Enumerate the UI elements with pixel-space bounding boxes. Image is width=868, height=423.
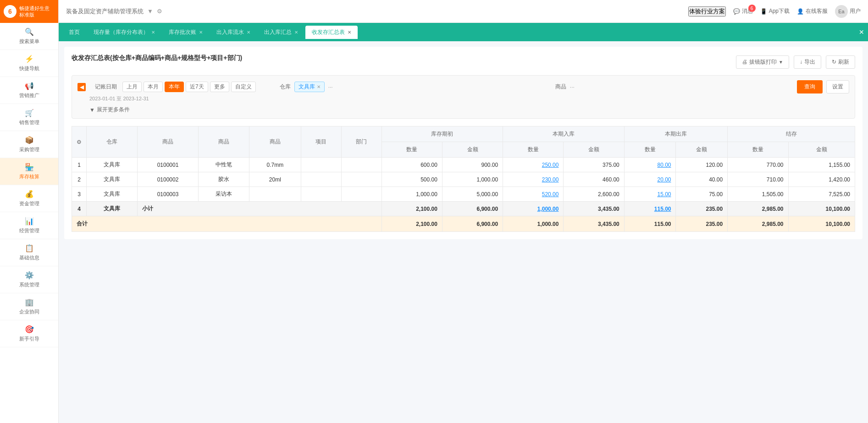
dropdown-arrow-icon: ▼	[147, 8, 153, 15]
balance-group-th: 结存	[728, 126, 855, 142]
sidebar-item-guide[interactable]: 🎯 新手引导	[0, 320, 58, 347]
tab-home[interactable]: 首页	[62, 26, 86, 39]
balance-qty-th: 数量	[728, 142, 788, 158]
export-button[interactable]: ↓ 导出	[794, 55, 821, 69]
warehouse-more[interactable]: ···	[328, 84, 333, 90]
tab-close-in-out-flow[interactable]: ✕	[247, 30, 250, 35]
tab-inventory-distribution[interactable]: 现存量（库存分布表） ✕	[87, 26, 161, 39]
set-button[interactable]: 设置	[826, 80, 849, 93]
business-icon: 📊	[25, 217, 34, 225]
date-btn-7days[interactable]: 近7天	[186, 82, 208, 92]
sidebar-item-marketing[interactable]: 📢 营销推广	[0, 77, 58, 104]
system-title: 装备及固定资产辅助管理系统	[66, 7, 144, 16]
sidebar-item-quick[interactable]: ⚡ 快捷导航	[0, 50, 58, 77]
balance-amt-th: 金额	[788, 142, 855, 158]
tab-in-out-flow[interactable]: 出入库流水 ✕	[210, 26, 257, 39]
opening-amt-th: 金额	[442, 142, 503, 158]
warehouse-label: 仓库	[280, 83, 291, 91]
quick-icon: ⚡	[25, 55, 34, 63]
collapse-arrow[interactable]: ◀	[77, 83, 86, 91]
product-spec-th: 商品	[249, 126, 301, 158]
date-btn-custom[interactable]: 自定义	[231, 82, 256, 92]
close-all-tabs-button[interactable]: ✕	[859, 28, 864, 36]
warehouse-filter: 仓库 文具库 ✕ ···	[280, 82, 333, 92]
table-settings-icon[interactable]: ⚙	[77, 139, 82, 145]
total-balance-qty: 2,985.00	[728, 216, 788, 232]
date-btn-more[interactable]: 更多	[210, 82, 229, 92]
refresh-icon: ↻	[832, 59, 836, 65]
print-button[interactable]: 🖨 拔镜版打印 ▼	[736, 55, 789, 69]
tab-close-in-out-summary[interactable]: ✕	[294, 30, 298, 35]
remove-warehouse-tag[interactable]: ✕	[317, 84, 321, 89]
sidebar: 6 畅捷通好生意 标准版 🔍 搜索菜单 ⚡ 快捷导航 📢 营销推广 🛒 销售管理…	[0, 0, 59, 423]
product-code-th: 商品	[138, 126, 198, 158]
tab-close-inventory-distribution[interactable]: ✕	[151, 30, 155, 35]
marketing-icon: 📢	[25, 82, 34, 90]
finance-icon: 💰	[25, 190, 34, 198]
in-group-th: 本期入库	[503, 126, 625, 142]
sidebar-item-finance[interactable]: 💰 资金管理	[0, 185, 58, 212]
expand-conditions-button[interactable]: ▼ 展开更多条件	[89, 106, 849, 114]
search-icon: 🔍	[25, 27, 34, 36]
data-table: ⚙ 仓库 商品 商品 商品 项目 部门 库存期初 本期入库 本期出库 结存	[72, 126, 855, 232]
date-button-group: 上月 本月 本年 近7天 更多 自定义	[122, 82, 256, 92]
tab-close-receipt-summary[interactable]: ✕	[348, 30, 351, 35]
sidebar-item-purchase[interactable]: 📦 采购管理	[0, 131, 58, 158]
date-btn-this-month[interactable]: 本月	[144, 82, 163, 92]
service-icon: 👤	[797, 8, 804, 15]
tab-receipt-summary[interactable]: 收发存汇总表 ✕	[305, 26, 358, 39]
sidebar-item-business[interactable]: 📊 经营管理	[0, 212, 58, 239]
enterprise-icon: 🏢	[25, 298, 34, 307]
page-title: 收发存汇总表(按仓库+商品编码+商品+规格型号+项目+部门)	[72, 54, 242, 62]
product-name-th: 商品	[198, 126, 249, 158]
in-amt-th: 金额	[564, 142, 624, 158]
filter-row: ◀ 记账日期 上月 本月 本年 近7天 更多 自定义 仓库 文具库	[77, 80, 849, 93]
product-label: 商品	[555, 83, 566, 91]
message-badge: 6	[748, 5, 756, 12]
date-btn-this-year[interactable]: 本年	[165, 82, 184, 92]
experience-button[interactable]: 体验行业方案	[688, 6, 726, 16]
basic-icon: 📋	[25, 244, 34, 253]
refresh-button[interactable]: ↻ 刷新	[826, 55, 855, 69]
inventory-icon: 🏪	[25, 163, 34, 171]
filter-actions: 查询 设置	[797, 80, 849, 93]
sidebar-item-system[interactable]: ⚙️ 系统管理	[0, 266, 58, 293]
table-row: 1 文具库 0100001 中性笔 0.7mm 600.00 900.00 25…	[72, 158, 855, 172]
settings-th: ⚙	[72, 126, 87, 158]
project-th: 项目	[301, 126, 341, 158]
total-opening-qty: 2,100.00	[381, 216, 442, 232]
system-title-area: 装备及固定资产辅助管理系统 ▼ ⚙	[66, 7, 681, 16]
table-row: 2 文具库 0100002 胶水 20ml 500.00 1,000.00 23…	[72, 172, 855, 187]
user-action[interactable]: Ea 用户	[835, 5, 861, 18]
total-out-amt: 235.00	[676, 216, 728, 232]
in-qty-th: 数量	[503, 142, 564, 158]
sidebar-item-inventory[interactable]: 🏪 库存核算	[0, 158, 58, 185]
opening-qty-th: 数量	[381, 142, 442, 158]
date-btn-last-month[interactable]: 上月	[122, 82, 142, 92]
tab-in-out-summary[interactable]: 出入库汇总 ✕	[258, 26, 304, 39]
product-filter: 商品 ···	[555, 83, 575, 91]
date-range-display: 2023-01-01 至 2023-12-31	[89, 96, 149, 101]
logo-text: 畅捷通好生意 标准版	[19, 5, 50, 18]
sidebar-item-sales[interactable]: 🛒 销售管理	[0, 104, 58, 131]
online-service-action[interactable]: 👤 在线客服	[797, 7, 828, 15]
message-action[interactable]: 💬 消息 6	[733, 7, 753, 15]
sales-icon: 🛒	[25, 109, 34, 117]
out-qty-th: 数量	[624, 142, 676, 158]
sidebar-nav: 🔍 搜索菜单 ⚡ 快捷导航 📢 营销推广 🛒 销售管理 📦 采购管理 🏪 库存核…	[0, 23, 58, 423]
main-area: 装备及固定资产辅助管理系统 ▼ ⚙ 体验行业方案 💬 消息 6 📱 App下载 …	[59, 0, 868, 423]
sidebar-item-basic[interactable]: 📋 基础信息	[0, 239, 58, 266]
tab-close-batch-account[interactable]: ✕	[199, 30, 203, 35]
app-download-action[interactable]: 📱 App下载	[760, 7, 790, 15]
sidebar-item-enterprise[interactable]: 🏢 企业协同	[0, 293, 58, 320]
sidebar-logo: 6 畅捷通好生意 标准版	[0, 0, 58, 23]
query-button[interactable]: 查询	[797, 80, 823, 93]
subtotal-row: 4 文具库 小计 2,100.00 6,900.00 1,000.00 3,43…	[72, 202, 855, 216]
gear-icon[interactable]: ⚙	[157, 8, 162, 15]
warehouse-th: 仓库	[87, 126, 138, 158]
filter-bar: ◀ 记账日期 上月 本月 本年 近7天 更多 自定义 仓库 文具库	[72, 75, 855, 119]
product-more[interactable]: ···	[570, 84, 575, 90]
top-header: 装备及固定资产辅助管理系统 ▼ ⚙ 体验行业方案 💬 消息 6 📱 App下载 …	[59, 0, 868, 23]
tab-batch-account[interactable]: 库存批次账 ✕	[162, 26, 209, 39]
sidebar-item-search[interactable]: 🔍 搜索菜单	[0, 23, 58, 50]
